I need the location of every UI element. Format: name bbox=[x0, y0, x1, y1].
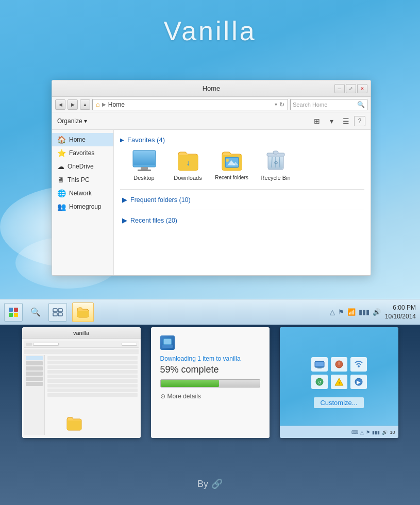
thumb1-address bbox=[33, 343, 59, 346]
address-input[interactable]: ⌂ ▶ Home ▾ ↻ bbox=[92, 99, 288, 110]
taskbar-explorer-app[interactable] bbox=[72, 302, 94, 322]
sidebar-item-network[interactable]: 🌐 Network bbox=[52, 187, 113, 200]
battery-tray-icon[interactable]: ▮▮▮ bbox=[359, 308, 369, 316]
favorites-grid: Desktop ↓ Downloads bbox=[120, 149, 364, 181]
downloads-icon: ↓ bbox=[176, 149, 200, 173]
thumbnail-download-dialog[interactable]: Downloading 1 item to vanilla 59% comple… bbox=[151, 327, 270, 438]
tray-icon-3[interactable] bbox=[350, 357, 367, 372]
author-link-icon[interactable]: 🔗 bbox=[211, 478, 223, 490]
close-button[interactable]: ✕ bbox=[357, 84, 367, 93]
view-details-button[interactable]: ☰ bbox=[340, 115, 352, 127]
svg-rect-25 bbox=[58, 313, 62, 316]
thumb3-mini-taskbar: ⌨ △ ⚑ ▮▮▮ 🔊 10 bbox=[280, 426, 398, 438]
minimize-button[interactable]: ─ bbox=[334, 84, 345, 93]
by-label: By bbox=[197, 479, 208, 490]
favorite-recent-folders[interactable]: Recent folders bbox=[215, 149, 248, 181]
separator-1 bbox=[120, 189, 364, 190]
thumb1-title: vanilla bbox=[22, 327, 141, 339]
window-controls: ─ ⤢ ✕ bbox=[334, 84, 367, 93]
svg-rect-30 bbox=[315, 362, 324, 366]
taskbar-task-view[interactable] bbox=[48, 303, 67, 322]
forward-button[interactable]: ▶ bbox=[68, 99, 78, 110]
favorites-arrow-icon: ▶ bbox=[120, 137, 124, 143]
thumbnails-row: vanilla bbox=[0, 327, 420, 438]
thumb3-content: ! ↺ bbox=[280, 327, 398, 438]
view-tiles-button[interactable]: ⊞ bbox=[311, 115, 323, 127]
sidebar-item-thispc[interactable]: 🖥 This PC bbox=[52, 173, 113, 187]
thumb3-tray-vol: 🔊 bbox=[382, 430, 388, 435]
view-dropdown-button[interactable]: ▾ bbox=[325, 115, 338, 127]
thumb1-search-small bbox=[122, 343, 137, 346]
home-icon: ⌂ bbox=[96, 100, 100, 108]
address-bar: ◀ ▶ ▲ ⌂ ▶ Home ▾ ↻ Search Home 🔍 bbox=[52, 97, 371, 112]
help-button[interactable]: ? bbox=[354, 116, 365, 126]
tray-icon-1[interactable] bbox=[311, 357, 328, 372]
by-section: By 🔗 bbox=[0, 478, 420, 490]
back-button[interactable]: ◀ bbox=[55, 99, 65, 110]
sidebar-item-homegroup[interactable]: 👥 Homegroup bbox=[52, 200, 113, 213]
search-placeholder: Search Home bbox=[293, 102, 357, 108]
frequent-folders-arrow: ▶ bbox=[122, 196, 127, 204]
thumbnail-vanilla-folder[interactable]: vanilla bbox=[22, 327, 141, 438]
clock-time: 6:00 PM bbox=[385, 304, 416, 312]
recent-files-header[interactable]: ▶ Recent files (20) bbox=[120, 214, 364, 226]
tray-icon-4[interactable]: ↺ bbox=[311, 375, 328, 389]
system-clock[interactable]: 6:00 PM 10/10/2014 bbox=[385, 304, 416, 321]
thumbnail-system-tray[interactable]: ! ↺ bbox=[280, 327, 398, 438]
frequent-folders-header[interactable]: ▶ Frequent folders (10) bbox=[120, 194, 364, 206]
svg-text:↓: ↓ bbox=[186, 158, 190, 167]
sidebar-item-favorites[interactable]: ⭐ Favorites bbox=[52, 146, 113, 160]
clock-date: 10/10/2014 bbox=[385, 312, 416, 321]
window-title: Home bbox=[203, 85, 221, 92]
search-icon[interactable]: 🔍 bbox=[357, 101, 365, 108]
search-box[interactable]: Search Home 🔍 bbox=[290, 99, 367, 110]
maximize-button[interactable]: ⤢ bbox=[346, 84, 356, 93]
recent-folders-icon bbox=[220, 149, 244, 173]
download-percent: 59% complete bbox=[160, 364, 260, 375]
volume-tray-icon[interactable]: 🔊 bbox=[373, 308, 381, 316]
start-button[interactable] bbox=[4, 303, 23, 322]
thumb1-file-list bbox=[46, 355, 139, 435]
svg-point-34 bbox=[358, 365, 360, 367]
page-title: Vanilla bbox=[0, 15, 420, 46]
home-nav-icon: 🏠 bbox=[57, 136, 66, 144]
desktop-icon bbox=[132, 149, 156, 173]
favorite-desktop[interactable]: Desktop bbox=[127, 149, 161, 181]
toolbar: Organize ▾ ⊞ ▾ ☰ ? bbox=[52, 112, 371, 130]
download-dialog-icon bbox=[160, 335, 175, 350]
tray-icon-6[interactable]: ▶ bbox=[350, 375, 367, 389]
svg-point-9 bbox=[226, 159, 229, 162]
address-dropdown[interactable]: ▾ bbox=[275, 102, 277, 107]
recent-files-label: Recent files (20) bbox=[130, 217, 177, 224]
explorer-main: 🏠 Home ⭐ Favorites ☁ OneDrive 🖥 This PC … bbox=[52, 130, 371, 275]
up-button[interactable]: ▲ bbox=[80, 99, 90, 110]
favorites-header[interactable]: ▶ Favorites (4) bbox=[120, 136, 364, 144]
favorite-recycle-bin[interactable]: ♻ Recycle Bin bbox=[259, 149, 292, 181]
taskbar-search-button[interactable]: 🔍 bbox=[28, 305, 43, 320]
window-titlebar: Home ─ ⤢ ✕ bbox=[52, 80, 371, 97]
thumb3-clock: 10 bbox=[390, 430, 395, 435]
progress-bar-fill bbox=[161, 380, 219, 387]
desktop-label: Desktop bbox=[133, 175, 154, 181]
wifi-tray-icon[interactable]: 📶 bbox=[347, 308, 356, 316]
homegroup-nav-icon: 👥 bbox=[57, 203, 66, 211]
taskbar: 🔍 △ ⚑ 📶 ▮▮▮ 🔊 6:00 PM 10/10/2014 bbox=[0, 299, 420, 325]
thumb3-tray-flag: ⚑ bbox=[366, 430, 370, 435]
more-details-button[interactable]: ⊙ More details bbox=[160, 393, 260, 400]
organize-button[interactable]: Organize ▾ bbox=[57, 117, 87, 125]
content-area: ▶ Favorites (4) Desktop bbox=[114, 130, 371, 275]
flag-tray-icon[interactable]: ⚑ bbox=[338, 308, 344, 316]
svg-rect-1 bbox=[133, 151, 155, 165]
tray-icon-2[interactable]: ! bbox=[331, 357, 347, 372]
svg-rect-31 bbox=[317, 367, 322, 368]
sidebar-item-home[interactable]: 🏠 Home bbox=[52, 133, 113, 146]
refresh-button[interactable]: ↻ bbox=[279, 101, 284, 108]
favorite-downloads[interactable]: ↓ Downloads bbox=[171, 149, 205, 181]
network-tray-icon[interactable]: △ bbox=[330, 308, 335, 316]
svg-text:!: ! bbox=[338, 381, 339, 385]
favorites-nav-icon: ⭐ bbox=[57, 149, 66, 157]
customize-button[interactable]: Customize... bbox=[314, 397, 363, 408]
sidebar-item-onedrive[interactable]: ☁ OneDrive bbox=[52, 160, 113, 173]
tray-icon-5[interactable]: ! bbox=[331, 375, 347, 389]
svg-text:↺: ↺ bbox=[317, 380, 321, 385]
